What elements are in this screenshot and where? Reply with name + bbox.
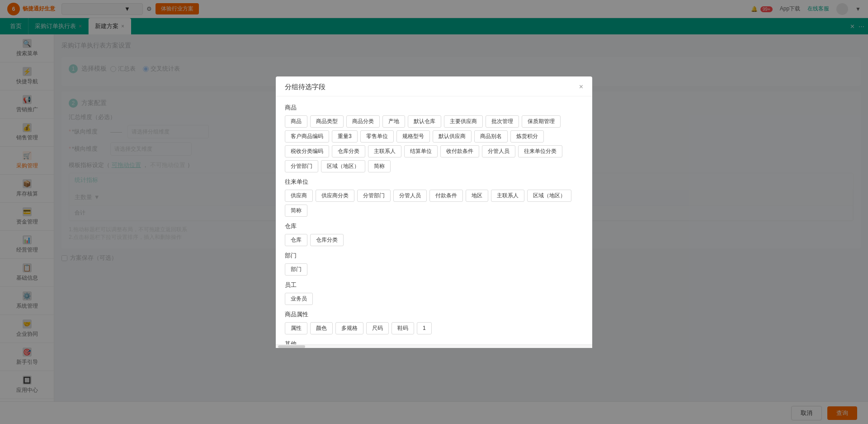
field-tag-department[interactable]: 部门 [285,263,307,276]
field-tag-region2[interactable]: 区域（地区） [527,190,571,202]
field-tag-goods-type[interactable]: 商品类型 [310,115,344,128]
field-tag-counterpart-category[interactable]: 往来单位分类 [518,145,562,157]
field-tag-retail-unit[interactable]: 零售单位 [360,130,394,143]
field-tag-payment-terms[interactable]: 收付款条件 [440,145,479,157]
field-tag-region[interactable]: 区域（地区） [321,160,365,172]
field-tag-short-name[interactable]: 简称 [368,160,391,172]
field-tags-warehouse: 仓库 仓库分类 [285,234,583,246]
modal-hscrollbar[interactable] [276,344,592,348]
field-tag-supervisor[interactable]: 分管人员 [482,145,515,157]
field-tag-refining-points[interactable]: 炼货积分 [510,130,544,143]
field-tag-main-contact[interactable]: 主联系人 [368,145,401,157]
field-tag-goods[interactable]: 商品 [285,115,307,128]
field-tag-dept[interactable]: 分管部门 [357,190,391,202]
field-tag-batch-mgmt[interactable]: 批次管理 [486,115,519,128]
modal-overlay: 分组待选字段 × 商品 商品 商品类型 商品分类 产地 默认仓库 主要供应商 批… [0,0,868,424]
field-tag-supplier-category[interactable]: 供应商分类 [316,190,354,202]
field-tag-shoe-size[interactable]: 鞋码 [392,322,414,334]
modal-title: 分组待选字段 [285,83,326,91]
field-tag-customer-code[interactable]: 客户商品编码 [285,130,329,143]
field-tag-origin[interactable]: 产地 [382,115,405,128]
section-title-goods-attrs: 商品属性 [285,310,583,319]
field-tag-attr1[interactable]: 1 [417,322,432,334]
field-tag-default-warehouse[interactable]: 默认仓库 [408,115,441,128]
field-tag-settlement-unit[interactable]: 结算单位 [404,145,438,157]
field-tag-staff-supervisor[interactable]: 分管人员 [393,190,427,202]
field-tag-expiry-mgmt[interactable]: 保质期管理 [522,115,561,128]
section-title-other: 其他 [285,340,583,344]
field-tag-pay-terms[interactable]: 付款条件 [429,190,463,202]
field-select-modal: 分组待选字段 × 商品 商品 商品类型 商品分类 产地 默认仓库 主要供应商 批… [276,76,592,348]
section-title-warehouse: 仓库 [285,222,583,230]
field-tag-warehouse-category[interactable]: 仓库分类 [332,145,365,157]
field-tag-warehouse[interactable]: 仓库 [285,234,307,246]
modal-header: 分组待选字段 × [276,76,592,96]
field-tag-size[interactable]: 尺码 [366,322,389,334]
modal-body[interactable]: 商品 商品 商品类型 商品分类 产地 默认仓库 主要供应商 批次管理 保质期管理… [276,96,592,344]
field-tag-main-contact2[interactable]: 主联系人 [491,190,524,202]
field-tag-area[interactable]: 地区 [466,190,488,202]
section-title-counterpart: 往来单位 [285,178,583,186]
field-tags-department: 部门 [285,263,583,276]
modal-hscroll-thumb [278,345,305,348]
field-tag-supplier[interactable]: 供应商 [285,190,313,202]
field-tags-counterpart: 供应商 供应商分类 分管部门 分管人员 付款条件 地区 主联系人 区域（地区） … [285,190,583,217]
modal-close-button[interactable]: × [579,83,583,91]
field-tag-spec-model[interactable]: 规格型号 [396,130,430,143]
field-tag-dept-supervisor[interactable]: 分管部门 [285,160,318,172]
section-title-department: 部门 [285,252,583,260]
field-tag-tax-code[interactable]: 税收分类编码 [285,145,329,157]
field-tag-main-supplier[interactable]: 主要供应商 [444,115,483,128]
field-tag-goods-category[interactable]: 商品分类 [346,115,380,128]
field-tag-attr[interactable]: 属性 [285,322,307,334]
field-tag-warehouse-cat[interactable]: 仓库分类 [310,234,344,246]
field-tags-employee: 业务员 [285,293,583,305]
field-tag-default-supplier[interactable]: 默认供应商 [433,130,472,143]
field-tags-goods: 商品 商品类型 商品分类 产地 默认仓库 主要供应商 批次管理 保质期管理 客户… [285,115,583,172]
field-tag-weight3[interactable]: 重量3 [332,130,358,143]
field-tag-color[interactable]: 颜色 [310,322,333,334]
field-tag-goods-alias[interactable]: 商品别名 [474,130,508,143]
field-tags-goods-attrs: 属性 颜色 多规格 尺码 鞋码 1 [285,322,583,334]
section-title-goods: 商品 [285,104,583,112]
field-tag-short-name2[interactable]: 简称 [285,205,307,217]
field-tag-salesperson[interactable]: 业务员 [285,293,313,305]
field-tag-multi-spec[interactable]: 多规格 [335,322,363,334]
section-title-employee: 员工 [285,281,583,289]
